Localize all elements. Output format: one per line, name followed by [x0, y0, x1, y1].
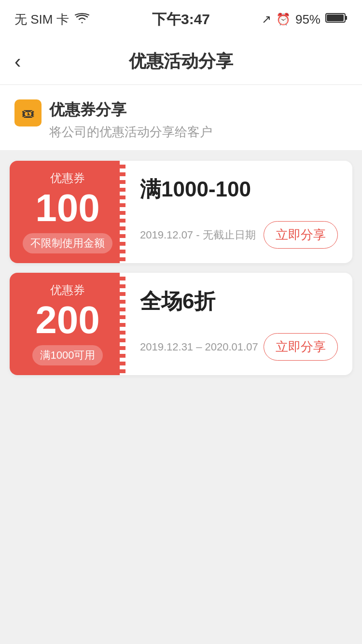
coupon-list: 优惠券 100 不限制使用金额 满1000-100 2019.12.07 - 无…: [0, 151, 362, 385]
status-bar: 无 SIM 卡 下午3:47 ↗ ⏰ 95%: [0, 0, 362, 39]
coupon-date-0: 2019.12.07 - 无截止日期: [140, 228, 256, 242]
nav-title: 优惠活动分享: [129, 50, 233, 73]
coupon-right-0: 满1000-100 2019.12.07 - 无截止日期 立即分享: [125, 161, 352, 263]
section-icon: 🎟: [14, 99, 42, 126]
nav-bar: ‹ 优惠活动分享: [0, 39, 362, 85]
coupon-right-1: 全场6折 2019.12.31 – 2020.01.07 立即分享: [125, 273, 352, 375]
coupon-left-0: 优惠券 100 不限制使用金额: [10, 161, 125, 263]
section-header: 🎟 优惠券分享 将公司的优惠活动分享给客户: [0, 85, 362, 150]
share-button-1[interactable]: 立即分享: [264, 333, 338, 361]
location-icon: ↗: [262, 13, 271, 26]
coupon-amount-1: 200: [35, 301, 99, 339]
coupon-bottom-0: 2019.12.07 - 无截止日期 立即分享: [140, 221, 338, 249]
coupon-condition-0: 不限制使用金额: [23, 233, 112, 253]
coupon-condition-1: 满1000可用: [32, 345, 103, 365]
section-heading: 优惠券分享: [49, 99, 212, 121]
coupon-name-1: 全场6折: [140, 287, 338, 316]
status-time: 下午3:47: [152, 10, 210, 29]
status-left: 无 SIM 卡: [14, 11, 89, 28]
battery-icon: [325, 12, 348, 27]
back-button[interactable]: ‹: [14, 51, 21, 72]
coupon-name-0: 满1000-100: [140, 175, 338, 204]
coupon-left-1: 优惠券 200 满1000可用: [10, 273, 125, 375]
coupon-label-0: 优惠券: [50, 170, 85, 186]
bottom-area: [0, 385, 362, 644]
svg-rect-1: [345, 16, 347, 20]
battery-percent: 95%: [295, 12, 320, 27]
coupon-card-0: 优惠券 100 不限制使用金额 满1000-100 2019.12.07 - 无…: [10, 161, 352, 263]
coupon-date-1: 2019.12.31 – 2020.01.07: [140, 341, 258, 353]
section-text: 优惠券分享 将公司的优惠活动分享给客户: [49, 99, 212, 140]
coupon-bottom-1: 2019.12.31 – 2020.01.07 立即分享: [140, 333, 338, 361]
coupon-label-1: 优惠券: [50, 282, 85, 298]
alarm-icon: ⏰: [276, 13, 291, 26]
status-right: ↗ ⏰ 95%: [262, 12, 348, 27]
coupon-card-1: 优惠券 200 满1000可用 全场6折 2019.12.31 – 2020.0…: [10, 273, 352, 375]
share-button-0[interactable]: 立即分享: [264, 221, 338, 249]
section-subtext: 将公司的优惠活动分享给客户: [49, 124, 212, 140]
coupon-amount-0: 100: [35, 189, 99, 227]
svg-rect-2: [327, 14, 344, 21]
wifi-icon: [75, 12, 89, 27]
carrier-text: 无 SIM 卡: [14, 11, 69, 28]
